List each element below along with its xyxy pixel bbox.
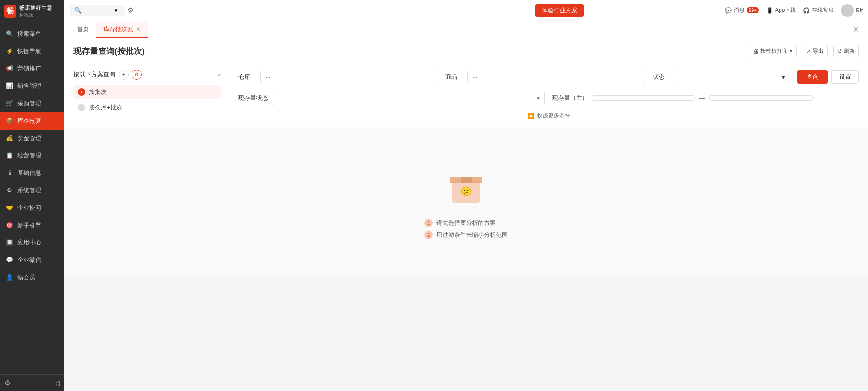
sidebar-item-purchase[interactable]: 🛒 采购管理 [0,95,64,112]
sidebar-item-sales[interactable]: 📊 销售管理 [0,77,64,95]
sidebar-item-label: 经营管理 [17,152,41,160]
empty-state: 😕 1 请先选择要分析的方案 2 用过滤条件来缩小分析范围 [64,127,868,276]
inventory-qty-min-input[interactable] [592,95,695,101]
sidebar-item-search[interactable]: 🔍 搜索菜单 [0,25,64,43]
warehouse-dots: ··· [265,74,270,81]
sidebar-item-label: 营销推广 [17,65,41,73]
inventory-qty-max-input[interactable] [709,95,813,101]
close-panel-icon[interactable]: ✕ [849,25,863,34]
sidebar-item-collab[interactable]: 🤝 企业协同 [0,199,64,217]
chevron-down-icon: ▾ [790,48,792,54]
sidebar-item-basic[interactable]: ℹ 基础信息 [0,164,64,182]
sidebar-item-label: 采购管理 [17,99,41,108]
query-button[interactable]: 查询 [797,70,828,84]
tab-inventory-batch[interactable]: 库存批次账 ✕ [96,22,148,38]
messages-label: 消息 [734,6,745,14]
scheme-item-batch[interactable]: ● 按批次 [73,85,221,99]
export-icon: ↗ [806,48,811,54]
sidebar-item-label: 企业微信 [17,256,41,264]
print-icon: 🖨 [753,48,758,54]
topbar-right: 💬 消息 99+ 📱 App下载 🎧 在线客服 Rit [725,4,863,17]
inventory-status-select[interactable]: ▾ [272,91,545,105]
inventory-status-field: 现存量状态 ▾ [238,91,545,105]
inventory-qty-label: 现存量（主） [552,94,588,102]
sidebar-item-management[interactable]: 📋 经营管理 [0,147,64,164]
sidebar-item-system[interactable]: ⚙ 系统管理 [0,182,64,199]
mobile-icon: 📱 [766,7,773,14]
search-icon: 🔍 [74,7,82,14]
collapse-left-button[interactable]: « [218,71,221,78]
export-button[interactable]: ↗ 导出 [802,45,828,57]
refresh-icon: ↺ [837,48,842,54]
chevron-down-icon: ▾ [782,74,785,81]
scheme-list: ● 按批次 ○ 按仓库+批次 [73,85,221,114]
filter-scheme-panel: 按以下方案查询 + ⚙ « ● 按批次 ○ [73,70,229,119]
messages-action[interactable]: 💬 消息 99+ [725,6,759,14]
svg-rect-2 [461,177,472,183]
chevron-down-icon: ▾ [115,7,118,14]
warehouse-input[interactable]: ··· [260,71,438,83]
sidebar-item-label: 搜索菜单 [17,30,41,38]
avatar [841,4,854,17]
info-icon: ℹ [5,169,14,177]
tab-label: 首页 [77,25,89,33]
goods-input[interactable]: ··· [467,71,645,83]
brand: 畅 畅康通好生意 标准版 [4,5,60,18]
page-header: 现存量查询(按批次) 🖨 按模板打印 ▾ ↗ 导出 ↺ 刷新 [64,38,868,62]
settings-button[interactable]: ⚙ [5,379,11,386]
filter-title-label: 按以下方案查询 [73,71,115,79]
sidebar-item-guide[interactable]: 🎯 新手引导 [0,217,64,234]
online-service-action[interactable]: 🎧 在线客服 [803,6,834,14]
empty-box-svg: 😕 [443,164,489,210]
user-menu[interactable]: Rit [841,4,863,17]
page-content: 现存量查询(按批次) 🖨 按模板打印 ▾ ↗ 导出 ↺ 刷新 [64,38,868,391]
scheme-item-warehouse-batch[interactable]: ○ 按仓库+批次 [73,101,221,114]
sidebar-item-marketing[interactable]: 📢 营销推广 [0,60,64,77]
warehouse-label: 仓库 [238,73,257,81]
weixin-icon: 💬 [5,256,14,264]
filter-settings-button[interactable]: 设置 [831,70,859,84]
topbar: 🔍 ▾ ⚙ 体验行业方案 💬 消息 99+ 📱 App下载 [64,0,868,21]
app-download-action[interactable]: 📱 App下载 [766,6,796,14]
tab-home[interactable]: 首页 [70,22,96,38]
filter-row-2: 现存量状态 ▾ 现存量（主） — [238,91,859,105]
topbar-settings-button[interactable]: ⚙ [127,6,134,15]
svg-text:😕: 😕 [461,186,472,197]
sidebar-footer: ⚙ ◁ [0,374,64,391]
goods-field: 商品 ··· [445,71,645,83]
collapse-more-button[interactable]: 🔼 收起更多条件 [238,112,859,119]
lightning-icon: ⚡ [5,47,14,55]
close-tab-icon[interactable]: ✕ [136,26,141,33]
status-label: 状态 [653,73,671,81]
topbar-search-box[interactable]: 🔍 ▾ [70,5,125,16]
sidebar-item-apps[interactable]: 🔲 应用中心 [0,234,64,251]
page-actions: 🖨 按模板打印 ▾ ↗ 导出 ↺ 刷新 [749,45,859,57]
sidebar-item-label: 应用中心 [17,239,41,247]
add-scheme-button[interactable]: + [119,70,129,80]
sidebar-item-inventory[interactable]: 📦 库存核算 [0,112,64,130]
topbar-search-input[interactable] [84,7,112,14]
status-field: 状态 ▾ [653,70,790,84]
filter-actions: 查询 设置 [797,70,859,84]
scheme-label: 按仓库+批次 [89,103,122,112]
sidebar-item-member[interactable]: 👤 畅会员 [0,269,64,286]
brand-icon: 畅 [4,5,16,18]
topbar-nav: 🔍 ▾ ⚙ [70,5,394,16]
sidebar-item-label: 销售管理 [17,82,41,90]
print-template-button[interactable]: 🖨 按模板打印 ▾ [749,45,797,57]
scheme-settings-icon[interactable]: ⚙ [132,70,142,80]
sidebar-item-weixin[interactable]: 💬 企业微信 [0,251,64,269]
search-icon: 🔍 [5,30,14,38]
member-icon: 👤 [5,273,14,282]
sidebar-item-quicknav[interactable]: ⚡ 快捷导航 [0,43,64,60]
sidebar-item-finance[interactable]: 💰 资金管理 [0,130,64,147]
sidebar-item-label: 新手引导 [17,221,41,229]
collapse-sidebar-button[interactable]: ◁ [55,379,60,386]
topbar-center: 体验行业方案 [397,4,721,17]
refresh-button[interactable]: ↺ 刷新 [833,45,859,57]
sidebar-item-label: 系统管理 [17,186,41,195]
inventory-qty-field: 现存量（主） — [552,94,859,102]
try-industry-button[interactable]: 体验行业方案 [535,4,584,17]
status-select[interactable]: ▾ [675,70,790,84]
sidebar-item-label: 快捷导航 [17,47,41,55]
